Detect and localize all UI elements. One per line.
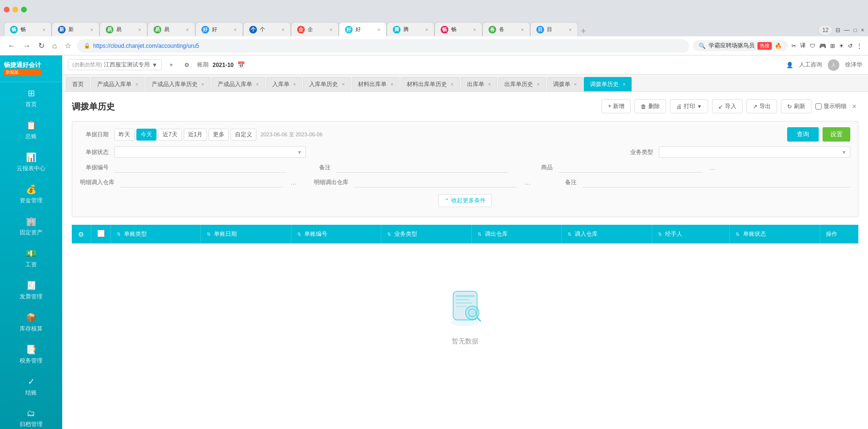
browser-tab-close-0[interactable]: × xyxy=(43,27,45,33)
undo-icon[interactable]: ↺ xyxy=(848,43,853,49)
date-btn-today[interactable]: 今天 xyxy=(136,129,156,141)
export-btn[interactable]: ↗ 导出 xyxy=(746,99,777,113)
browser-tab-4[interactable]: 好 好 × xyxy=(195,22,243,36)
table-check-col[interactable] xyxy=(91,225,111,243)
minimize-btn[interactable]: — xyxy=(844,27,850,33)
collapse-btn[interactable]: ⌃ 收起更多条件 xyxy=(438,194,492,207)
browser-tab-1[interactable]: 新 新 × xyxy=(52,22,100,36)
page-tab-close-10[interactable]: × xyxy=(574,82,577,87)
date-btn-7days[interactable]: 近7天 xyxy=(158,129,182,141)
import-btn[interactable]: ↙ 导入 xyxy=(712,99,743,113)
sidebar-item-funds[interactable]: 💰 资金管理 xyxy=(0,178,62,210)
forward-btn[interactable]: → xyxy=(21,40,33,52)
query-btn[interactable]: 查询 xyxy=(787,127,819,142)
page-tab-close-5[interactable]: × xyxy=(342,82,345,87)
browser-tab-close-7[interactable]: × xyxy=(378,27,380,33)
col-in-warehouse[interactable]: ⇅ 调入仓库 xyxy=(562,225,652,243)
display-detail-checkbox[interactable] xyxy=(815,103,822,110)
sidebar-item-reports[interactable]: 📊 云报表中心 xyxy=(0,146,62,178)
restore-btn[interactable]: □ xyxy=(854,27,857,33)
page-tab-10[interactable]: 调拨单 × xyxy=(547,77,583,91)
browser-tab-5[interactable]: 个 个 × xyxy=(243,22,291,36)
page-tab-close-1[interactable]: × xyxy=(135,82,138,87)
tab-tools-icon[interactable]: ⊟ xyxy=(835,27,840,33)
date-btn-1month[interactable]: 近1月 xyxy=(184,129,207,141)
browser-tab-close-1[interactable]: × xyxy=(90,27,93,33)
goods-more-icon[interactable]: … xyxy=(708,164,718,171)
browser-tab-6[interactable]: 企 企 × xyxy=(291,22,339,36)
page-tab-1[interactable]: 产成品入库单 × xyxy=(91,77,145,91)
page-tab-6[interactable]: 材料出库单 × xyxy=(352,77,400,91)
browser-tab-2[interactable]: 易 易 × xyxy=(100,22,147,36)
sidebar-item-archive[interactable]: 🗂 归档管理 xyxy=(0,403,62,429)
browser-tab-close-4[interactable]: × xyxy=(234,27,237,33)
page-tab-close-6[interactable]: × xyxy=(390,82,393,87)
page-tab-close-11[interactable]: × xyxy=(623,82,625,87)
browser-tab-0[interactable]: 畅 畅 × xyxy=(4,22,52,36)
page-tab-close-2[interactable]: × xyxy=(201,82,204,87)
browser-tab-close-2[interactable]: × xyxy=(138,27,141,33)
date-btn-yesterday[interactable]: 昨天 xyxy=(114,129,134,141)
select-all-checkbox[interactable] xyxy=(97,230,105,237)
remark2-input[interactable] xyxy=(582,177,850,187)
ext-icon-3[interactable]: ⊞ xyxy=(830,43,835,49)
more-options-icon[interactable]: ⋮ xyxy=(857,43,862,49)
detail-out-input[interactable] xyxy=(354,177,517,187)
calendar-icon[interactable]: 📅 xyxy=(237,61,245,68)
page-tab-4[interactable]: 入库单 × xyxy=(266,77,302,91)
display-detail-label[interactable]: 显示明细 xyxy=(815,102,846,110)
page-tab-5[interactable]: 入库单历史 × xyxy=(303,77,351,91)
col-business-type[interactable]: ⇅ 业务类型 xyxy=(381,225,472,243)
detail-in-more-icon[interactable]: … xyxy=(289,179,299,186)
detail-out-more-icon[interactable]: … xyxy=(523,179,533,186)
voucher-no-input[interactable] xyxy=(114,163,287,173)
col-out-warehouse[interactable]: ⇅ 调出仓库 xyxy=(471,225,562,243)
new-btn[interactable]: + 新增 xyxy=(601,99,630,113)
refresh-btn[interactable]: ↻ 刷新 xyxy=(781,99,812,113)
browser-tab-close-11[interactable]: × xyxy=(569,27,572,33)
browser-tab-close-9[interactable]: × xyxy=(473,27,476,33)
minimize-window-btn[interactable] xyxy=(12,7,18,12)
page-tab-9[interactable]: 出库单历史 × xyxy=(498,77,546,91)
refresh-browser-btn[interactable]: ↻ xyxy=(36,39,46,52)
page-tab-close-3[interactable]: × xyxy=(256,82,259,87)
col-voucher-no[interactable]: ⇅ 单账编号 xyxy=(291,225,381,243)
home-btn[interactable]: ⌂ xyxy=(50,40,59,52)
page-tab-close-8[interactable]: × xyxy=(488,82,491,87)
sidebar-item-ledger[interactable]: 📋 总账 xyxy=(0,114,62,146)
sidebar-item-tax[interactable]: 📑 税务管理 xyxy=(0,339,62,371)
add-company-btn[interactable]: + xyxy=(166,61,177,69)
browser-tab-3[interactable]: 易 易 × xyxy=(147,22,195,36)
maximize-window-btn[interactable] xyxy=(21,7,27,12)
page-tab-3[interactable]: 产成品入库单 × xyxy=(211,77,265,91)
business-type-select[interactable] xyxy=(659,146,850,158)
date-btn-more[interactable]: 更多 xyxy=(209,129,229,141)
status-select[interactable] xyxy=(114,146,306,158)
ext-icon-4[interactable]: ☀ xyxy=(839,43,844,49)
bookmark-btn[interactable]: ☆ xyxy=(63,39,73,52)
table-gear-icon[interactable]: ⚙ xyxy=(78,231,84,238)
page-tab-2[interactable]: 产成品入库单历史 × xyxy=(145,77,211,91)
page-tab-11[interactable]: 调拨单历史 × xyxy=(584,77,632,91)
sidebar-item-home[interactable]: ⊞ 首页 xyxy=(0,82,62,114)
close-window-btn[interactable] xyxy=(4,7,10,12)
browser-tab-close-5[interactable]: × xyxy=(282,27,285,33)
sidebar-item-assets[interactable]: 🏢 固定资产 xyxy=(0,210,62,242)
browser-tab-9[interactable]: 畅 畅 × xyxy=(434,22,482,36)
col-voucher-status[interactable]: ⇅ 单账状态 xyxy=(730,225,820,243)
browser-tab-close-10[interactable]: × xyxy=(521,27,524,33)
page-tab-close-9[interactable]: × xyxy=(537,82,540,87)
remark-input[interactable] xyxy=(336,163,509,173)
browser-tab-close-6[interactable]: × xyxy=(330,27,333,33)
browser-tab-close-3[interactable]: × xyxy=(186,27,189,33)
ext-icon-2[interactable]: 🎮 xyxy=(819,43,826,49)
col-handler[interactable]: ⇅ 经手人 xyxy=(652,225,730,243)
close-btn[interactable]: × xyxy=(861,27,864,33)
page-tab-close-7[interactable]: × xyxy=(451,82,454,87)
goods-input[interactable] xyxy=(558,163,702,173)
company-selector[interactable]: (勿删勿禁用) 江西服宝测试专用 ▼ xyxy=(68,59,162,70)
sidebar-item-inventory[interactable]: 📦 库存核算 xyxy=(0,307,62,339)
cut-icon[interactable]: ✂ xyxy=(791,43,796,49)
browser-tab-10[interactable]: 各 各 × xyxy=(482,22,530,36)
page-tab-8[interactable]: 出库单 × xyxy=(461,77,497,91)
